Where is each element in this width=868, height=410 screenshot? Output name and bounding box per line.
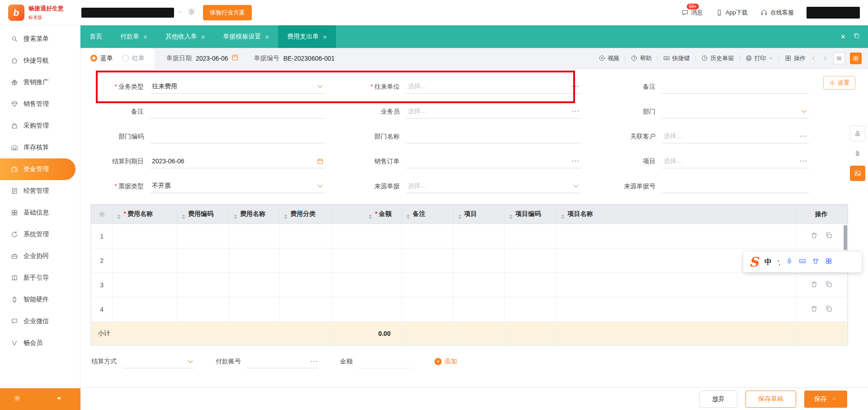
sidebar-item-quick-nav[interactable]: 快捷导航	[0, 50, 80, 72]
dept-code-input[interactable]	[150, 130, 326, 143]
table-cell[interactable]	[332, 224, 402, 248]
calendar-icon[interactable]	[231, 54, 239, 63]
tab-close-icon[interactable]: ×	[323, 33, 327, 40]
sidebar-item-inventory[interactable]: 库存核算	[0, 137, 80, 158]
dept-name-input[interactable]	[406, 130, 581, 143]
doc-date-value[interactable]: 2023-06-06	[196, 55, 228, 62]
table-cell[interactable]	[229, 273, 279, 297]
doc-no-value[interactable]: BE-20230606-001	[283, 55, 335, 62]
table-cell[interactable]	[557, 297, 795, 322]
col-header-project-code[interactable]: 项目编码	[505, 205, 557, 224]
table-cell[interactable]	[229, 297, 279, 322]
sidebar-item-base-info[interactable]: 基础信息	[0, 202, 80, 224]
sidebar-item-hardware[interactable]: 智能硬件	[0, 289, 80, 310]
form-settings-button[interactable]: 设置	[823, 76, 855, 90]
sidebar-item-funds[interactable]: 资金管理	[0, 158, 75, 180]
sidebar-speaker-icon[interactable]	[56, 395, 63, 404]
ime-mic-icon[interactable]	[786, 257, 793, 267]
sales-order-select[interactable]: ···	[406, 155, 581, 168]
col-header-expense-name2[interactable]: 费用名称	[229, 205, 279, 224]
tab-home[interactable]: 首页	[80, 25, 111, 48]
copy-row-icon[interactable]	[825, 232, 832, 240]
copy-row-icon[interactable]	[825, 305, 832, 314]
sogou-logo-icon[interactable]: S	[749, 256, 759, 269]
table-cell[interactable]	[177, 273, 229, 297]
fullscreen-icon[interactable]	[854, 33, 860, 41]
table-cell[interactable]	[279, 273, 332, 297]
tab-other-income-doc[interactable]: 其他收入单×	[156, 25, 214, 48]
department-select[interactable]	[662, 105, 809, 119]
sidebar-settings-gear-icon[interactable]	[14, 395, 21, 404]
messages-button[interactable]: 消息 99+	[681, 9, 703, 17]
video-action[interactable]: 视频	[599, 54, 619, 62]
sidebar-item-sales[interactable]: 销售管理	[0, 93, 80, 115]
table-cell[interactable]	[401, 273, 453, 297]
table-cell[interactable]	[401, 224, 453, 248]
col-header-project-name[interactable]: 项目名称	[557, 205, 795, 224]
table-cell[interactable]	[332, 248, 402, 273]
business-type-select[interactable]: 往来费用	[150, 80, 326, 94]
column-settings-gear[interactable]	[91, 205, 113, 224]
remark-input[interactable]	[150, 105, 326, 119]
table-cell[interactable]	[453, 248, 505, 273]
salesman-select[interactable]: 选择... ···	[406, 105, 581, 119]
col-header-project[interactable]: 项目	[453, 205, 505, 224]
grid-view-button[interactable]	[850, 52, 862, 64]
table-cell[interactable]	[505, 224, 557, 248]
ime-menu-grid-icon[interactable]	[825, 257, 832, 267]
delete-row-icon[interactable]	[811, 232, 818, 240]
source-doc-select[interactable]: 选择...	[406, 180, 581, 193]
sidebar-item-member[interactable]: 畅会员	[0, 332, 80, 354]
table-cell[interactable]	[113, 297, 177, 322]
settlement-method-select[interactable]	[123, 355, 194, 368]
ime-keyboard-icon[interactable]	[799, 257, 806, 267]
table-cell[interactable]	[177, 224, 229, 248]
help-action[interactable]: 帮助	[631, 54, 651, 62]
radio-blue-doc[interactable]: 蓝单	[90, 54, 113, 62]
ime-skin-icon[interactable]	[812, 257, 819, 267]
add-settlement-button[interactable]: + 添加	[434, 358, 457, 366]
table-cell[interactable]	[453, 224, 505, 248]
table-cell[interactable]	[505, 273, 557, 297]
attachment-paperclip-icon[interactable]	[850, 146, 865, 161]
sidebar-item-system[interactable]: 系统管理	[0, 224, 80, 245]
online-service-button[interactable]: 在线客服	[760, 9, 794, 17]
save-draft-button[interactable]: 保存草稿	[745, 391, 796, 408]
col-header-remark[interactable]: 备注	[401, 205, 453, 224]
table-cell[interactable]	[557, 273, 795, 297]
header-gear-icon[interactable]	[188, 8, 196, 18]
partner-select[interactable]: 选择... ···	[406, 80, 581, 94]
delete-row-icon[interactable]	[811, 281, 818, 289]
table-cell[interactable]	[177, 248, 229, 273]
trial-industry-button[interactable]: 体验行业方案	[203, 5, 252, 20]
tab-expense-doc-active[interactable]: 费用支出单×	[278, 25, 336, 48]
tab-close-icon[interactable]: ×	[201, 33, 205, 40]
table-cell[interactable]	[229, 248, 279, 273]
table-cell[interactable]	[229, 224, 279, 248]
next-arrow-icon[interactable]	[822, 55, 828, 62]
col-header-expense-code[interactable]: 费用编码	[177, 205, 229, 224]
table-cell[interactable]	[279, 297, 332, 322]
sidebar-item-purchase[interactable]: 采购管理	[0, 115, 80, 137]
sidebar-item-wechat[interactable]: 企业微信	[0, 310, 80, 332]
source-doc-no-input[interactable]	[662, 180, 809, 193]
table-cell[interactable]	[453, 297, 505, 322]
sidebar-item-guide[interactable]: 新手引导	[0, 267, 80, 289]
sidebar-item-collaboration[interactable]: 企业协同	[0, 245, 80, 267]
history-docs-action[interactable]: 历史单据	[701, 54, 734, 62]
sidebar-item-operations[interactable]: 经营管理	[0, 180, 80, 202]
project-select[interactable]: 选择... ···	[662, 155, 809, 168]
tab-close-icon[interactable]: ×	[143, 33, 147, 40]
table-cell[interactable]	[332, 297, 402, 322]
user-account-redacted[interactable]	[807, 7, 860, 19]
table-cell[interactable]	[332, 273, 402, 297]
sidebar-item-marketing[interactable]: 营销推广	[0, 72, 80, 93]
payment-account-select[interactable]: ···	[247, 355, 318, 368]
table-cell[interactable]	[401, 297, 453, 322]
app-download-button[interactable]: App下载	[716, 9, 748, 17]
company-selector-redacted[interactable]	[81, 8, 174, 18]
hotkey-action[interactable]: 快捷键	[663, 54, 690, 62]
col-header-expense-name[interactable]: 费用名称	[113, 205, 177, 224]
table-cell[interactable]	[401, 248, 453, 273]
radio-red-doc[interactable]: 红单	[122, 54, 145, 62]
